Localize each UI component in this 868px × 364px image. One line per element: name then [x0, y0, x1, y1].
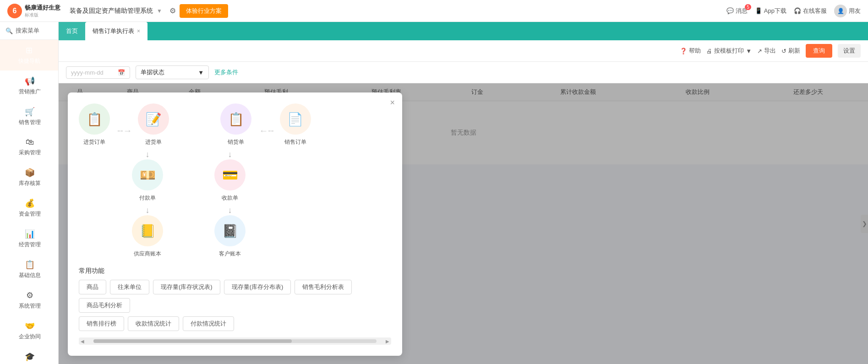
sidebar-item-inventory[interactable]: 📦 库存核算 — [0, 162, 58, 193]
func-btn-product[interactable]: 商品 — [79, 280, 106, 294]
inventory-icon: 📦 — [25, 168, 35, 178]
arrow-sales-order-to-bill: ← - - — [259, 125, 272, 136]
payment-circle: 💴 — [132, 159, 163, 190]
online-service-button[interactable]: 🎧 在线客服 — [794, 7, 827, 15]
download-icon: 📱 — [755, 7, 762, 14]
sales-icon: 🛒 — [25, 107, 35, 117]
system-title: 装备及固定资产辅助管理系统 — [70, 7, 153, 15]
payment-label: 付款单 — [139, 194, 156, 202]
select-dropdown-icon: ▼ — [198, 69, 204, 76]
scroll-bar[interactable]: ◀ ▶ — [79, 337, 391, 345]
sidebar-item-operations[interactable]: 📊 经营管理 — [0, 223, 58, 254]
tab-close-button[interactable]: × — [137, 28, 140, 34]
func-buttons-row1: 商品 往来单位 现存量(库存状况表) 现存量(库存分布表) 销售毛利分析表 商品… — [79, 280, 391, 313]
modal-box: × 📋 进货订单 — [68, 92, 402, 356]
func-btn-payment-stat[interactable]: 付款情况统计 — [183, 316, 234, 331]
sales-bill-circle: 📋 — [220, 103, 251, 135]
sidebar-item-finance[interactable]: 💰 资金管理 — [0, 193, 58, 223]
search-menu-item[interactable]: 🔍 搜索菜单 — [0, 22, 58, 40]
sidebar-item-beginner[interactable]: 🎓 新手引导 — [0, 346, 58, 364]
top-right: 💬 消息 5 📱 App下载 🎧 在线客服 👤 用友 — [726, 5, 861, 17]
sidebar-item-purchase[interactable]: 🛍 采购管理 — [0, 132, 58, 162]
query-button[interactable]: 查询 — [806, 44, 832, 58]
export-button[interactable]: ↗ 导出 — [757, 47, 776, 55]
user-avatar: 👤 — [834, 5, 847, 17]
marketing-icon: 📢 — [25, 76, 35, 86]
func-btn-partner[interactable]: 往来单位 — [110, 280, 149, 294]
export-icon: ↗ — [757, 48, 762, 54]
purchase-bill-label: 进货单 — [145, 138, 162, 146]
top-bar: 6 畅康通好生意 标准版 装备及固定资产辅助管理系统 ▼ ⚙ 体验行业方案 💬 … — [0, 0, 868, 22]
flow-node-purchase-bill[interactable]: 📝 进货单 — [138, 103, 169, 146]
main-area: 🔍 搜索菜单 ⊞ 快捷导航 📢 营销推广 🛒 销售管理 🛍 采购管理 📦 — [0, 22, 868, 364]
settings-button[interactable]: ⚙ — [169, 6, 176, 15]
tab-sales-order[interactable]: 销售订单执行表 × — [85, 22, 147, 40]
sidebar-item-sales[interactable]: 🛒 销售管理 — [0, 101, 58, 132]
settings-toolbar-button[interactable]: 设置 — [838, 44, 861, 58]
func-btn-product-gross[interactable]: 商品毛利分析 — [79, 298, 130, 313]
receipt-circle: 💳 — [214, 159, 246, 190]
flow-node-payment[interactable]: 💴 付款单 — [132, 159, 163, 202]
sidebar-item-system[interactable]: ⚙ 系统管理 — [0, 285, 58, 315]
scroll-thumb[interactable] — [93, 339, 292, 343]
arrow-purchase-bill: - - → — [117, 125, 131, 136]
print-icon: 🖨 — [706, 48, 712, 54]
content-area: 首页 销售订单执行表 × ❓ 帮助 🖨 按模板打印 ▼ — [59, 22, 868, 364]
logo-sub-text: 标准版 — [25, 12, 60, 18]
user-area[interactable]: 👤 用友 — [834, 5, 861, 17]
finance-icon: 💰 — [25, 198, 35, 208]
app-download-button[interactable]: 📱 App下载 — [755, 7, 786, 15]
sidebar-item-quick-nav[interactable]: ⊞ 快捷导航 — [0, 40, 58, 71]
flow-node-supplier-ledger[interactable]: 📒 供应商账本 — [132, 215, 163, 258]
tab-home[interactable]: 首页 — [59, 22, 85, 40]
customer-ledger-label: 客户账本 — [219, 250, 241, 258]
arrow-down-receipt: ↓ — [214, 206, 246, 215]
purchase-order-circle: 📋 — [79, 103, 110, 135]
flow-node-customer-ledger[interactable]: 📓 客户账本 — [214, 215, 246, 258]
func-btn-stock-status[interactable]: 现存量(库存状况表) — [153, 280, 220, 294]
calendar-icon: 📅 — [118, 69, 125, 76]
common-func-title: 常用功能 — [79, 267, 391, 275]
flow-middle-row: ↓ ↓ — [79, 150, 391, 159]
purchase-icon: 🛍 — [26, 137, 34, 147]
func-btn-stock-dist[interactable]: 现存量(库存分布表) — [224, 280, 291, 294]
date-from-input[interactable]: yyyy-mm-dd 📅 — [66, 66, 130, 79]
logo-main-text: 畅康通好生意 — [25, 4, 60, 12]
flow-node-sales-order[interactable]: 📄 销售订单 — [280, 103, 311, 146]
purchase-bill-circle: 📝 — [138, 103, 169, 135]
print-template-button[interactable]: 🖨 按模板打印 ▼ — [706, 47, 752, 55]
message-button[interactable]: 💬 消息 5 — [726, 7, 748, 15]
logo-icon: 6 — [7, 4, 22, 18]
scroll-track — [93, 339, 377, 343]
filter-bar: yyyy-mm-dd 📅 单据状态 ▼ 更多条件 — [59, 62, 868, 83]
common-functions-section: 常用功能 商品 往来单位 现存量(库存状况表) 现存量(库存分布表) 销售毛利分… — [79, 267, 391, 331]
flow-node-receipt[interactable]: 💳 收款单 — [214, 159, 246, 202]
supplier-ledger-circle: 📒 — [132, 215, 163, 246]
func-btn-sales-gross[interactable]: 销售毛利分析表 — [295, 280, 352, 294]
sidebar-item-marketing[interactable]: 📢 营销推广 — [0, 71, 58, 101]
func-btn-receipt-stat[interactable]: 收款情况统计 — [128, 316, 179, 331]
modal-close-button[interactable]: × — [390, 98, 395, 108]
base-info-icon: 📋 — [25, 260, 35, 270]
tab-bar: 首页 销售订单执行表 × — [59, 22, 868, 40]
arrow-down-purchase: ↓ — [132, 150, 163, 159]
help-button[interactable]: ❓ 帮助 — [680, 47, 701, 55]
status-select[interactable]: 单据状态 ▼ — [136, 65, 209, 79]
trial-button[interactable]: 体验行业方案 — [180, 4, 228, 18]
more-conditions-link[interactable]: 更多条件 — [214, 68, 238, 76]
func-buttons-row2: 销售排行榜 收款情况统计 付款情况统计 — [79, 316, 391, 331]
system-dropdown-button[interactable]: ▼ — [157, 8, 162, 14]
sidebar-item-enterprise[interactable]: 🤝 企业协同 — [0, 315, 58, 346]
func-btn-sales-rank[interactable]: 销售排行榜 — [79, 316, 124, 331]
sidebar-item-base-info[interactable]: 📋 基础信息 — [0, 254, 58, 285]
supplier-ledger-label: 供应商账本 — [134, 250, 161, 258]
sales-bill-label: 销货单 — [228, 138, 244, 146]
flow-node-sales-bill[interactable]: 📋 销货单 — [220, 103, 251, 146]
scroll-right-arrow[interactable]: ▶ — [384, 339, 391, 344]
flow-node-purchase-order[interactable]: 📋 进货订单 — [79, 103, 110, 146]
refresh-button[interactable]: ↺ 刷新 — [781, 47, 800, 55]
scroll-left-arrow[interactable]: ◀ — [79, 339, 86, 344]
message-badge: 5 — [745, 4, 751, 10]
sales-order-circle: 📄 — [280, 103, 311, 135]
flow-third-row: 📒 供应商账本 📓 客户账本 — [79, 215, 391, 258]
